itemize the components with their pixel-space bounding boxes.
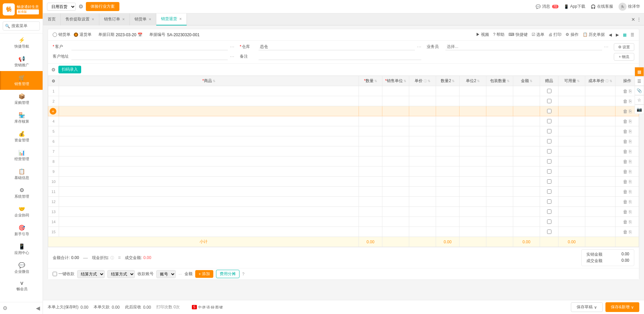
- tab-sales-delivery[interactable]: 销货单 ✕: [130, 13, 156, 25]
- gift-checkbox[interactable]: [547, 159, 551, 164]
- right-panel-attach[interactable]: 📎: [635, 86, 644, 95]
- td-avail[interactable]: [558, 96, 585, 106]
- td-cost[interactable]: [585, 106, 615, 116]
- gift-checkbox[interactable]: [547, 129, 551, 133]
- td-avail[interactable]: [558, 106, 585, 116]
- sidebar-item-coop[interactable]: 🤝 企业协同: [0, 202, 43, 221]
- right-panel-star[interactable]: ☆: [635, 95, 644, 105]
- sidebar-item-wechat[interactable]: 💬 企业微信: [0, 259, 43, 277]
- td-amount[interactable]: [513, 86, 540, 96]
- discount-help[interactable]: ⓘ: [110, 255, 114, 260]
- td-gift[interactable]: [540, 106, 558, 116]
- sidebar-item-marketing[interactable]: 📢 营销推广: [0, 52, 43, 71]
- fee-help-icon[interactable]: ?: [242, 272, 245, 276]
- gift-checkbox[interactable]: [547, 119, 551, 123]
- delete-row-icon[interactable]: 🗑: [623, 129, 628, 134]
- td-cost[interactable]: [585, 86, 615, 96]
- experience-plan-button[interactable]: 体验行业方案: [86, 2, 119, 11]
- tab-price-settings[interactable]: 售价提取设置 ✕: [61, 13, 99, 25]
- tabs-menu-button[interactable]: ⋮: [637, 17, 641, 22]
- calendar-icon[interactable]: 📅: [138, 33, 143, 37]
- gift-checkbox[interactable]: [547, 139, 551, 143]
- copy-row-icon[interactable]: ⎘: [629, 189, 632, 194]
- fee-split-button[interactable]: 费用分摊: [216, 270, 239, 278]
- td-avail[interactable]: [558, 86, 585, 96]
- close-tab-sales-order[interactable]: ✕: [122, 17, 125, 21]
- staff-picker-icon[interactable]: ···: [604, 44, 608, 50]
- copy-row-icon[interactable]: ⎘: [629, 109, 632, 114]
- copy-row-icon[interactable]: ⎘: [629, 179, 632, 184]
- account-number-select[interactable]: 账号: [156, 270, 176, 278]
- save-new-button[interactable]: 保存&新增 ∨: [605, 302, 639, 312]
- gift-checkbox[interactable]: [547, 99, 551, 103]
- warehouse-picker-icon[interactable]: ···: [417, 44, 421, 50]
- radio-delivery[interactable]: 销货单: [53, 32, 70, 38]
- gift-checkbox[interactable]: [547, 199, 551, 204]
- save-draft-button[interactable]: 保存草稿 ∨: [571, 302, 603, 312]
- td-unit[interactable]: [382, 96, 409, 106]
- sidebar-item-guide[interactable]: 🎯 新手引导: [0, 221, 43, 240]
- copy-row-icon[interactable]: ⎘: [629, 139, 632, 144]
- copy-row-icon[interactable]: ⎘: [629, 199, 632, 204]
- sidebar-item-operations[interactable]: 📊 经营管理: [0, 146, 43, 165]
- copy-row-icon[interactable]: ⎘: [629, 149, 632, 154]
- date-value[interactable]: 2023-03-20: [116, 33, 136, 37]
- delete-row-icon[interactable]: 🗑: [623, 219, 628, 225]
- gift-checkbox[interactable]: [547, 209, 551, 214]
- close-tab-price-settings[interactable]: ✕: [92, 17, 94, 21]
- td-pack[interactable]: [486, 86, 513, 96]
- td-qty2[interactable]: [436, 96, 460, 106]
- tab-sales-return[interactable]: 销货退货 ✕: [156, 13, 187, 25]
- settings-icon[interactable]: ⚙: [78, 3, 83, 10]
- gift-checkbox[interactable]: [547, 179, 551, 184]
- sidebar-item-member[interactable]: V 畅会员: [0, 277, 43, 295]
- gift-checkbox[interactable]: [547, 89, 551, 93]
- search-menu-button[interactable]: 🔍 搜索菜单: [3, 21, 40, 30]
- td-cost[interactable]: [585, 96, 615, 106]
- customer-input[interactable]: [71, 43, 228, 50]
- user-profile[interactable]: 头 徐泽华: [619, 3, 640, 11]
- online-support-item[interactable]: 🎧 在线客服: [591, 4, 613, 9]
- sidebar-item-base[interactable]: 📋 基础信息: [0, 165, 43, 184]
- radio-return-input[interactable]: [74, 33, 78, 37]
- sidebar-item-purchase[interactable]: 📦 采购管理: [0, 90, 43, 109]
- customer-picker-icon[interactable]: ···: [230, 44, 234, 50]
- address-picker-icon[interactable]: ···: [230, 54, 234, 60]
- help-action[interactable]: ? 帮助: [493, 32, 504, 38]
- td-gift[interactable]: [540, 86, 558, 96]
- delete-row-icon[interactable]: 🗑: [623, 119, 628, 124]
- select-order-action[interactable]: ☑ 选单: [532, 32, 544, 38]
- sidebar-item-finance[interactable]: 💰 资金管理: [0, 127, 43, 146]
- td-price[interactable]: [409, 96, 436, 106]
- td-amount[interactable]: [513, 96, 540, 106]
- add-row-button[interactable]: +: [50, 108, 56, 115]
- delete-row-icon[interactable]: 🗑: [623, 169, 628, 174]
- one-click-payment-checkbox[interactable]: 一键收款: [53, 271, 74, 277]
- delete-row-icon[interactable]: 🗑: [623, 139, 628, 144]
- copy-row-icon[interactable]: ⎘: [629, 229, 632, 235]
- account-calc-select[interactable]: 结算方式: [107, 270, 135, 278]
- td-price[interactable]: [409, 106, 436, 116]
- td-gift[interactable]: [540, 96, 558, 106]
- radio-return[interactable]: 退货单: [74, 32, 92, 38]
- sidebar-item-sales[interactable]: 🛒 销售管理: [0, 71, 43, 90]
- td-unit[interactable]: [382, 86, 409, 96]
- operate-action[interactable]: ⚙ 操作: [566, 32, 578, 38]
- warehouse-input[interactable]: [259, 43, 415, 50]
- gift-checkbox[interactable]: [547, 230, 551, 234]
- copy-row-icon[interactable]: ⎘: [629, 129, 632, 134]
- delete-row-icon[interactable]: 🗑: [623, 179, 628, 184]
- video-action[interactable]: ▶ 视频: [476, 32, 489, 38]
- td-unit2[interactable]: [460, 106, 486, 116]
- delete-row-icon[interactable]: 🗑: [623, 109, 628, 114]
- scan-input-button[interactable]: 扫码录入: [58, 66, 81, 73]
- product-input-active[interactable]: [60, 109, 357, 114]
- delete-row-icon[interactable]: 🗑: [623, 199, 628, 204]
- td-unit[interactable]: [382, 106, 409, 116]
- td-product-input[interactable]: [59, 106, 359, 116]
- gift-checkbox[interactable]: [547, 109, 551, 113]
- industry-select[interactable]: 日用百货: [47, 3, 76, 11]
- history-action[interactable]: 📋 历史单据: [583, 32, 605, 38]
- close-tab-sales-delivery[interactable]: ✕: [149, 17, 151, 21]
- tab-sales-order[interactable]: 销售订单 ✕: [99, 13, 130, 25]
